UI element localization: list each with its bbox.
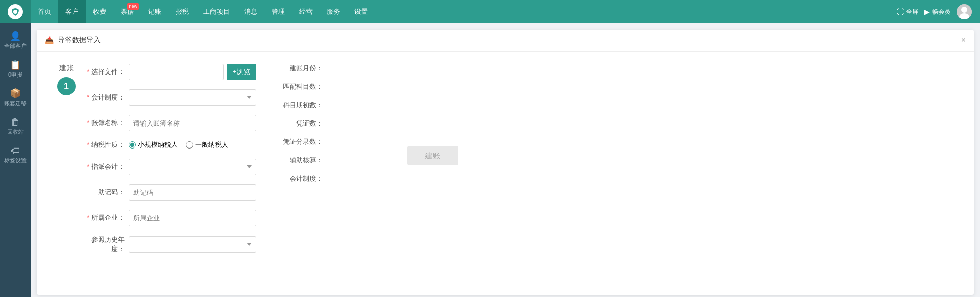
fullscreen-button[interactable]: ⛶ 全屏 [897,8,918,16]
nav-items: 首页 客户 收费 票据 new 记账 报税 工商项目 消息 管理 经营 服务 设… [31,0,897,23]
all-clients-icon: 👤 [10,32,21,41]
info-label-month: 建账月份： [277,64,323,73]
form-row-accountant: * 指派会计： [84,159,256,175]
form-row-history-year: 参照历史年度： [84,235,256,254]
fullscreen-icon: ⛶ [897,8,904,16]
nav-item-service[interactable]: 服务 [320,0,347,23]
dialog-close-button[interactable]: × [961,36,966,45]
info-row-initial: 科目期初数： [277,101,471,110]
file-path-input[interactable] [129,64,224,80]
nav-right: ⛶ 全屏 ▶ 畅会员 [897,4,980,19]
logo-area [0,0,31,23]
label-mnemonic: 助记码： [84,188,125,197]
nav-item-invoice[interactable]: 票据 new [113,0,141,23]
layout: 👤 全部客户 📋 0申报 📦 账套迁移 🗑 回收站 🏷 标签设置 📥 导爷数据导… [0,23,980,297]
sidebar-item-tags[interactable]: 🏷 标签设置 [0,142,31,168]
form-row-tax-type: * 纳税性质： 小规模纳税人 一般纳税人 [84,140,256,150]
sidebar-item-all-clients[interactable]: 👤 全部客户 [0,28,31,54]
tax-type-radio-group: 小规模纳税人 一般纳税人 [129,140,256,150]
sidebar: 👤 全部客户 📋 0申报 📦 账套迁移 🗑 回收站 🏷 标签设置 [0,23,31,297]
radio-general-taxpayer[interactable]: 一般纳税人 [186,140,228,150]
info-label-voucher: 凭证数： [277,119,323,128]
dialog-panel: 📥 导爷数据导入 × 建账 1 * 选择文件： [37,30,974,295]
history-year-select[interactable] [129,236,256,253]
info-label-accounting-system-right: 会计制度： [277,174,323,183]
form-row-file: * 选择文件： +浏览 [84,64,256,80]
info-row-match-subjects: 匹配科目数： [277,82,471,91]
nav-item-tax[interactable]: 报税 [169,0,196,23]
form-row-enterprise: * 所属企业： [84,210,256,226]
import-icon: 📥 [45,36,54,44]
svg-point-3 [961,7,967,13]
nav-item-manage[interactable]: 管理 [265,0,292,23]
label-tax-type: * 纳税性质： [84,140,125,150]
avatar[interactable] [957,4,972,19]
form-row-accounting-system: * 会计制度： [84,89,256,106]
svg-point-1 [13,10,17,14]
info-label-voucher-entries: 凭证分录数： [277,137,323,146]
dialog-title: 导爷数据导入 [58,36,101,45]
accounting-system-select[interactable] [129,89,256,106]
declaration-icon: 📋 [10,60,21,69]
migration-icon: 📦 [10,89,21,98]
vip-icon: ▶ [924,8,930,16]
label-accountant: * 指派会计： [84,162,125,171]
logo-icon [8,4,23,19]
nav-item-accounting[interactable]: 记账 [141,0,169,23]
sidebar-item-recycle[interactable]: 🗑 回收站 [0,113,31,140]
create-account-button[interactable]: 建账 [407,146,458,165]
sidebar-item-migration[interactable]: 📦 账套迁移 [0,85,31,111]
radio-small-taxpayer-input[interactable] [129,141,136,148]
sidebar-item-declaration[interactable]: 📋 0申报 [0,56,31,83]
nav-item-business[interactable]: 工商项目 [196,0,237,23]
file-input-wrapper: +浏览 [129,64,256,80]
form-row-book-name: * 账簿名称： [84,115,256,131]
info-row-month: 建账月份： [277,64,471,73]
label-file: * 选择文件： [84,67,125,77]
nav-badge-new: new [127,3,139,10]
nav-item-message[interactable]: 消息 [237,0,265,23]
radio-general-taxpayer-input[interactable] [186,141,193,148]
info-label-auxiliary: 辅助核算： [277,156,323,165]
browse-button[interactable]: +浏览 [227,64,256,80]
dialog-body: 建账 1 * 选择文件： +浏览 [37,52,974,275]
step-label: 建账 [59,64,74,73]
nav-item-settings[interactable]: 设置 [347,0,375,23]
top-navigation: 首页 客户 收费 票据 new 记账 报税 工商项目 消息 管理 经营 服务 设… [0,0,980,23]
mnemonic-input[interactable] [129,184,256,201]
radio-small-taxpayer[interactable]: 小规模纳税人 [129,140,178,150]
nav-item-home[interactable]: 首页 [31,0,58,23]
step-section: 建账 1 [57,64,76,95]
main-content: 📥 导爷数据导入 × 建账 1 * 选择文件： [31,23,980,297]
label-enterprise: * 所属企业： [84,213,125,222]
label-book-name: * 账簿名称： [84,118,125,128]
vip-button[interactable]: ▶ 畅会员 [924,8,950,16]
enterprise-input[interactable] [129,210,256,226]
form-row-mnemonic: 助记码： [84,184,256,201]
accountant-select[interactable] [129,159,256,175]
nav-item-operate[interactable]: 经营 [292,0,320,23]
nav-item-fee[interactable]: 收费 [86,0,113,23]
label-history-year: 参照历史年度： [84,235,125,254]
recycle-icon: 🗑 [11,117,20,127]
info-label-initial: 科目期初数： [277,101,323,110]
nav-item-clients[interactable]: 客户 [58,0,86,23]
info-label-match-subjects: 匹配科目数： [277,82,323,91]
dialog-header: 📥 导爷数据导入 × [37,30,974,52]
tags-icon: 🏷 [11,146,20,155]
book-name-input[interactable] [129,115,256,131]
info-area: 建账月份： 匹配科目数： 科目期初数： 凭证数： [277,64,471,263]
step-circle: 1 [57,77,76,95]
label-accounting-system: * 会计制度： [84,93,125,102]
form-area: * 选择文件： +浏览 * 会计制度： [84,64,256,263]
